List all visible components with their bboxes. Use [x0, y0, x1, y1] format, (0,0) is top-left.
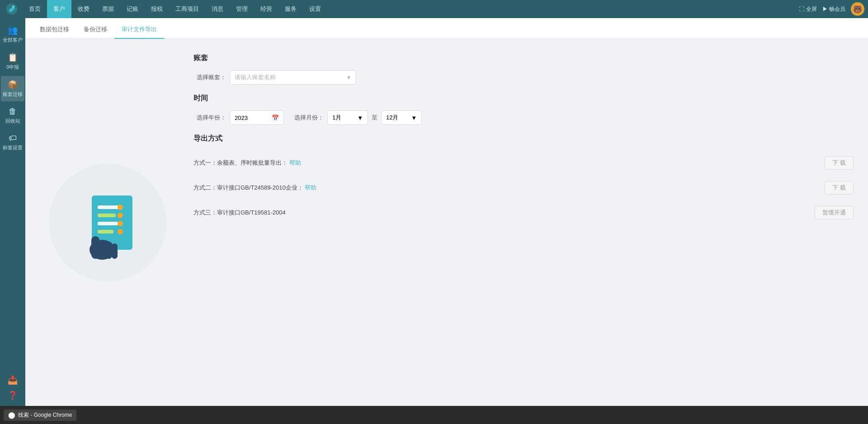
year-input[interactable]: 2023 📅 — [230, 110, 284, 125]
start-month-arrow-icon: ▼ — [357, 114, 363, 121]
content-area: 数据包迁移 备份迁移 审计文件导出 — [25, 18, 868, 406]
tag-settings-icon: 🏷 — [9, 133, 17, 143]
start-month-value: 1月 — [332, 114, 341, 122]
account-select-row: 选择账套： 请输入账套名称 ▼ — [193, 70, 854, 85]
svg-rect-5 — [98, 222, 118, 225]
svg-point-8 — [118, 213, 123, 218]
export-method-3-label: 方式三：审计接口GB/T19581-2004 — [193, 209, 286, 216]
export-method-3: 方式三：审计接口GB/T19581-2004 暂缓开通 — [193, 200, 854, 225]
month-label: 选择月份： — [291, 114, 324, 122]
time-section-title: 时间 — [193, 94, 854, 103]
download-icon[interactable]: 📥 — [8, 375, 18, 385]
svg-rect-13 — [99, 240, 106, 259]
sidebar-item-recycle[interactable]: 🗑 回收站 — [1, 103, 24, 128]
sidebar-item-all-customers[interactable]: 👥 全部客户 — [1, 22, 24, 47]
taskbar-chrome-item[interactable]: ⬤ 线索 - Google Chrome — [4, 410, 76, 421]
tab-backup-migration[interactable]: 备份迁移 — [76, 21, 114, 39]
end-month-value: 12月 — [386, 114, 398, 122]
start-month-select[interactable]: 1月 ▼ — [327, 110, 368, 125]
export-method-2-download-button[interactable]: 下 载 — [825, 181, 854, 195]
export-method-3-coming-soon-button[interactable]: 暂缓开通 — [815, 206, 854, 219]
year-label: 选择年份： — [193, 114, 226, 122]
account-select-placeholder: 请输入账套名称 — [235, 73, 276, 81]
account-section-title: 账套 — [193, 53, 854, 63]
sidebar-label-zero-filing: 0申报 — [6, 64, 19, 71]
export-method-2: 方式二：审计接口GB/T24589-2010企业： 帮助 下 载 — [193, 176, 854, 200]
end-month-select[interactable]: 12月 ▼ — [381, 110, 422, 125]
taskbar-chrome-label: 线索 - Google Chrome — [18, 411, 72, 419]
nav-tax[interactable]: 报税 — [145, 0, 169, 18]
nav-settings[interactable]: 设置 — [303, 0, 327, 18]
sidebar-item-account-migration[interactable]: 📦 账套迁移 — [1, 76, 24, 101]
all-customers-icon: 👥 — [8, 25, 18, 35]
recycle-icon: 🗑 — [9, 107, 17, 116]
logo — [4, 1, 20, 17]
nav-invoice[interactable]: 票据 — [96, 0, 120, 18]
export-method-1-label: 方式一：余额表、序时账批量导出： — [193, 159, 288, 166]
export-method-2-help-link[interactable]: 帮助 — [305, 184, 316, 191]
export-method-1: 方式一：余额表、序时账批量导出： 帮助 下 载 — [193, 151, 854, 176]
export-section: 导出方式 方式一：余额表、序时账批量导出： 帮助 下 载 方式二：审计接口GB/… — [193, 134, 854, 225]
sidebar-item-tag-settings[interactable]: 🏷 标签设置 — [1, 130, 24, 155]
account-select-arrow-icon: ▼ — [346, 75, 351, 80]
svg-rect-15 — [112, 243, 118, 259]
sidebar-bottom: 📥 ❓ — [8, 375, 18, 406]
illustration-svg — [67, 177, 148, 268]
nav-manage[interactable]: 管理 — [230, 0, 254, 18]
nav-accounting[interactable]: 记账 — [120, 0, 145, 18]
svg-point-1 — [12, 5, 14, 8]
nav-fee[interactable]: 收费 — [71, 0, 96, 18]
to-text: 至 — [372, 114, 377, 122]
nav-business[interactable]: 工商项目 — [169, 0, 205, 18]
sidebar: 👥 全部客户 📋 0申报 📦 账套迁移 🗑 回收站 🏷 标签设置 📥 ❓ — [0, 18, 25, 406]
svg-rect-3 — [98, 205, 120, 209]
export-method-1-text: 方式一：余额表、序时账批量导出： 帮助 — [193, 159, 301, 167]
sidebar-label-account-migration: 账套迁移 — [3, 91, 23, 98]
account-migration-icon: 📦 — [8, 80, 18, 90]
vip-btn[interactable]: ▶ 畅会员 — [822, 5, 845, 13]
top-nav: 首页 客户 收费 票据 记账 报税 工商项目 消息 管理 经营 服务 设置 ⛶ … — [0, 0, 868, 18]
svg-rect-6 — [98, 230, 113, 233]
sidebar-label-tag-settings: 标签设置 — [3, 144, 23, 151]
zero-filing-icon: 📋 — [8, 52, 18, 62]
time-row: 选择年份： 2023 📅 选择月份： 1月 ▼ 至 12月 — [193, 110, 854, 125]
account-select-label: 选择账套： — [193, 73, 226, 81]
nav-customer[interactable]: 客户 — [47, 0, 71, 18]
nav-operation[interactable]: 经营 — [254, 0, 278, 18]
illustration-circle — [49, 164, 166, 281]
calendar-icon: 📅 — [272, 114, 279, 121]
avatar[interactable]: 🐻 — [851, 2, 864, 16]
tab-data-migration[interactable]: 数据包迁移 — [33, 21, 76, 39]
fullscreen-btn[interactable]: ⛶ 全屏 — [799, 5, 816, 13]
taskbar: ⬤ 线索 - Google Chrome — [0, 406, 868, 424]
help-icon[interactable]: ❓ — [8, 391, 18, 400]
export-method-2-text: 方式二：审计接口GB/T24589-2010企业： 帮助 — [193, 184, 316, 192]
svg-point-9 — [118, 221, 123, 226]
svg-point-7 — [118, 205, 123, 210]
account-select[interactable]: 请输入账套名称 ▼ — [230, 70, 356, 85]
year-value: 2023 — [235, 114, 248, 121]
nav-service[interactable]: 服务 — [278, 0, 303, 18]
export-method-2-label: 方式二：审计接口GB/T24589-2010企业： — [193, 184, 303, 191]
tab-audit-export[interactable]: 审计文件导出 — [114, 21, 164, 39]
main-layout: 👥 全部客户 📋 0申报 📦 账套迁移 🗑 回收站 🏷 标签设置 📥 ❓ 数据包… — [0, 18, 868, 406]
nav-message[interactable]: 消息 — [205, 0, 230, 18]
export-method-1-help-link[interactable]: 帮助 — [289, 159, 301, 166]
tabs-bar: 数据包迁移 备份迁移 审计文件导出 — [25, 18, 868, 39]
export-section-title: 导出方式 — [193, 134, 854, 143]
end-month-arrow-icon: ▼ — [411, 114, 417, 121]
sidebar-item-zero-filing[interactable]: 📋 0申报 — [1, 49, 24, 74]
svg-rect-14 — [106, 242, 112, 259]
page-content: 账套 选择账套： 请输入账套名称 ▼ 时间 选择年份： 2023 — [25, 39, 868, 406]
top-nav-right: ⛶ 全屏 ▶ 畅会员 🐻 — [799, 2, 864, 16]
export-method-3-text: 方式三：审计接口GB/T19581-2004 — [193, 209, 286, 217]
svg-rect-4 — [98, 214, 116, 217]
svg-rect-12 — [91, 236, 99, 259]
svg-point-10 — [118, 229, 123, 234]
export-method-1-download-button[interactable]: 下 载 — [825, 156, 854, 170]
form-area: 账套 选择账套： 请输入账套名称 ▼ 时间 选择年份： 2023 — [175, 53, 854, 391]
nav-home[interactable]: 首页 — [23, 0, 47, 18]
sidebar-label-all-customers: 全部客户 — [3, 37, 23, 43]
nav-items: 首页 客户 收费 票据 记账 报税 工商项目 消息 管理 经营 服务 设置 — [23, 0, 799, 18]
chrome-icon: ⬤ — [8, 411, 15, 419]
